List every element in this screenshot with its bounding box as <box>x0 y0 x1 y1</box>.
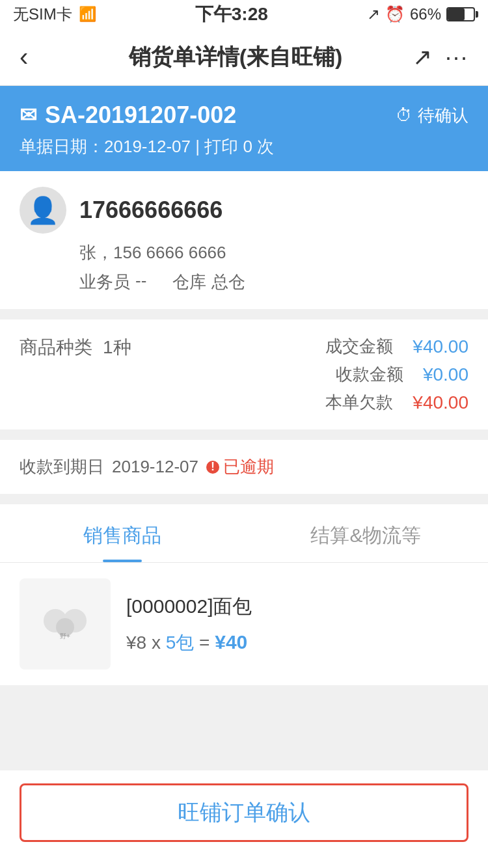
customer-meta: 业务员 -- 仓库 总仓 <box>20 271 468 293</box>
product-section: 野+ [0000002]面包 ¥8 x 5包 = ¥40 <box>0 563 488 685</box>
summary-section: 商品种类 1种 成交金额 ¥40.00 收款金额 ¥0.00 本单欠款 ¥40.… <box>0 319 488 429</box>
customer-section: 👤 17666666666 张，156 6666 6666 业务员 -- 仓库 … <box>0 171 488 309</box>
salesman-label: 业务员 <box>79 271 130 293</box>
status-bar: 无SIM卡 📶 下午3:28 ↗ ⏰ 66% <box>0 0 488 29</box>
status-clock-icon: ⏱ <box>396 105 413 126</box>
overdue-icon: ! <box>206 461 219 474</box>
amount-value-0: ¥40.00 <box>413 336 468 357</box>
warehouse-label: 仓库 <box>172 271 206 293</box>
status-text: 待确认 <box>418 104 468 127</box>
amount-row-2: 本单欠款 ¥40.00 <box>325 391 468 414</box>
order-id: ✉ SA-20191207-002 <box>20 102 236 129</box>
location-icon: ↗ <box>367 5 380 23</box>
order-id-text: SA-20191207-002 <box>45 102 236 129</box>
price-equals: = <box>194 632 215 653</box>
price-base: ¥8 x <box>126 632 166 653</box>
header-top: ✉ SA-20191207-002 ⏱ 待确认 <box>20 102 468 129</box>
due-label: 收款到期日 <box>20 455 104 478</box>
summary-left: 商品种类 1种 <box>20 335 131 360</box>
warehouse-meta: 仓库 总仓 <box>172 271 245 293</box>
page-title: 销货单详情(来自旺铺) <box>129 42 343 72</box>
customer-phone: 17666666666 <box>79 197 223 224</box>
product-type-value: 1种 <box>103 335 131 360</box>
product-price: ¥8 x 5包 = ¥40 <box>126 631 468 655</box>
tabs-section: 销售商品 结算&物流等 野+ [0000002]面包 ¥8 x 5包 = ¥40 <box>0 504 488 685</box>
battery-percent: 66% <box>410 5 441 23</box>
summary-right: 成交金额 ¥40.00 收款金额 ¥0.00 本单欠款 ¥40.00 <box>325 335 468 414</box>
price-quantity: 5包 <box>166 632 195 653</box>
confirm-button[interactable]: 旺铺订单确认 <box>20 783 468 842</box>
overdue-badge: ! 已逾期 <box>206 455 274 478</box>
bottom-bar: 旺铺订单确认 <box>0 770 488 868</box>
tab-products[interactable]: 销售商品 <box>0 504 244 562</box>
product-type-label: 商品种类 <box>20 335 92 360</box>
product-name: [0000002]面包 <box>126 593 468 620</box>
order-status: ⏱ 待确认 <box>396 104 468 127</box>
price-total: ¥40 <box>215 631 247 653</box>
carrier-label: 无SIM卡 <box>13 4 72 25</box>
back-button[interactable]: ‹ <box>20 42 59 72</box>
svg-text:野+: 野+ <box>60 632 70 640</box>
amount-value-2: ¥40.00 <box>413 392 468 413</box>
status-right: ↗ ⏰ 66% <box>367 5 475 23</box>
order-date: 单据日期：2019-12-07 | 打印 0 次 <box>20 135 468 158</box>
export-button[interactable]: ↗ <box>413 44 432 71</box>
product-thumbnail: 野+ <box>20 578 111 670</box>
amount-value-1: ¥0.00 <box>423 364 468 385</box>
nav-bar: ‹ 销货单详情(来自旺铺) ↗ ··· <box>0 29 488 86</box>
product-info: [0000002]面包 ¥8 x 5包 = ¥40 <box>126 593 468 655</box>
status-left: 无SIM卡 📶 <box>13 4 96 25</box>
alarm-icon: ⏰ <box>385 5 405 23</box>
customer-row: 👤 17666666666 <box>20 187 468 234</box>
amount-label-0: 成交金额 <box>325 335 393 358</box>
overdue-text: 已逾期 <box>223 455 274 478</box>
battery-icon <box>446 7 475 21</box>
time-label: 下午3:28 <box>195 2 268 27</box>
amount-label-2: 本单欠款 <box>325 391 393 414</box>
header-card: ✉ SA-20191207-002 ⏱ 待确认 单据日期：2019-12-07 … <box>0 86 488 171</box>
amount-label-1: 收款金额 <box>336 363 403 386</box>
due-date: 2019-12-07 <box>112 457 198 477</box>
salesman-value: -- <box>135 271 146 293</box>
product-logo-icon: 野+ <box>39 604 91 644</box>
tab-settlement[interactable]: 结算&物流等 <box>244 504 488 562</box>
product-type-row: 商品种类 1种 <box>20 335 131 360</box>
salesman-meta: 业务员 -- <box>79 271 146 293</box>
due-section: 收款到期日 2019-12-07 ! 已逾期 <box>0 440 488 494</box>
more-button[interactable]: ··· <box>445 44 468 71</box>
warehouse-value: 总仓 <box>211 271 245 293</box>
tabs-header: 销售商品 结算&物流等 <box>0 504 488 563</box>
nav-actions: ↗ ··· <box>413 44 468 71</box>
amount-row-0: 成交金额 ¥40.00 <box>325 335 468 358</box>
customer-name: 张，156 6666 6666 <box>20 241 468 264</box>
amount-row-1: 收款金额 ¥0.00 <box>336 363 468 386</box>
product-item: 野+ [0000002]面包 ¥8 x 5包 = ¥40 <box>20 578 468 670</box>
avatar-icon: 👤 <box>27 195 59 226</box>
avatar: 👤 <box>20 187 66 234</box>
order-icon: ✉ <box>20 103 37 128</box>
wifi-icon: 📶 <box>79 6 96 23</box>
